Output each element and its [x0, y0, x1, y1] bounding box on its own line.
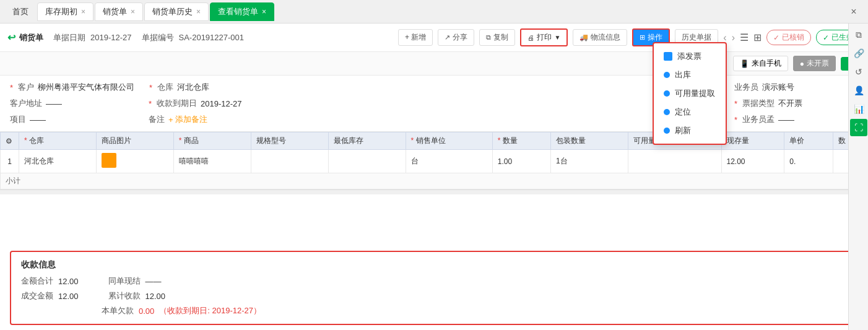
doc-icon: ↩ [7, 32, 15, 43]
tab-sales-order[interactable]: 销货单 × [95, 2, 143, 21]
arrears-row: 本单欠款 0.00 （收款到期日: 2019-12-27） [21, 305, 261, 316]
table-container: ⚙ * 仓库 商品图片 * 商品 规格型号 最低库存 * 销售单位 * 数量 包… [0, 131, 868, 246]
sidebar-user-icon[interactable]: 👤 [850, 82, 867, 99]
doc-type-label: 销货单 [19, 32, 43, 43]
bottom-panel: 收款信息 金额合计 12.00 同单现结 —— 成交金额 12.00 累计收款 … [10, 251, 858, 325]
subtotal-label: 小计 [1, 173, 868, 189]
col-product: * 商品 [173, 132, 251, 150]
row-unit[interactable]: 台 [406, 150, 492, 173]
share-button[interactable]: ↗ 分享 [438, 29, 474, 46]
table-header-row: ⚙ * 仓库 商品图片 * 商品 规格型号 最低库存 * 销售单位 * 数量 包… [1, 132, 868, 150]
view-toggle-grid[interactable]: ⊞ [753, 32, 762, 43]
status-sold-badge: ✓ 已核销 [766, 30, 811, 45]
subtotal-row: 小计 [1, 173, 868, 189]
doc-actions: + 新增 ↗ 分享 ⧉ 复制 🖨 打印 ▼ 🚚 物流信息 [398, 28, 861, 46]
warehouse-field: * 仓库 河北仓库 [149, 82, 273, 93]
col-current-stock: 现存量 [721, 132, 784, 150]
logistics-icon: 🚚 [579, 33, 588, 41]
sidebar-expand-icon[interactable]: ⛶ [850, 119, 867, 136]
ticket-type-field: * 票据类型 不开票 [734, 98, 858, 109]
doc-title: ↩ 销货单 [7, 32, 43, 43]
remark-field: 备注 + 添加备注 [149, 114, 719, 125]
locate-item[interactable]: 定位 [654, 103, 726, 121]
add-invoice-icon [664, 52, 672, 61]
row-image [96, 150, 173, 173]
form-section: * 客户 柳州粤港平安气体有限公司 * 仓库 河北仓库 业务员 演示账号 客户地… [0, 76, 868, 131]
row-warehouse[interactable]: 河北仓库 [19, 150, 97, 173]
customer-field: * 客户 柳州粤港平安气体有限公司 [10, 82, 134, 93]
col-min-stock: 最低库存 [328, 132, 406, 150]
sales-rep-field: * 业务员孟 —— [734, 114, 858, 125]
tab-bar: 首页 库存期初 × 销货单 × 销货单历史 × 查看销货单 × × [0, 0, 868, 24]
employee-field: 业务员 演示账号 [734, 82, 858, 93]
sidebar-link-icon[interactable]: 🔗 [850, 45, 867, 62]
close-tab-sales-order[interactable]: × [131, 7, 135, 16]
tab-home[interactable]: 首页 [5, 6, 36, 17]
add-invoice-item[interactable]: 添发票 [654, 47, 726, 66]
window-close-button[interactable]: × [844, 2, 863, 21]
outbound-icon [664, 72, 670, 78]
row-index: 1 [1, 150, 19, 173]
col-qty: * 数量 [492, 132, 550, 150]
row-pack-qty[interactable]: 1台 [551, 150, 628, 173]
nav-prev[interactable]: ‹ [723, 32, 726, 43]
operations-dropdown: 添发票 出库 可用量提取 定位 刷新 [653, 42, 727, 145]
row-spec[interactable] [251, 150, 328, 173]
sidebar-copy-icon[interactable]: ⧉ [850, 26, 867, 43]
form-row-2: 客户地址 —— * 收款到期日 2019-12-27 * 票据类型 不开票 [10, 98, 858, 109]
not-open-button[interactable]: ● 未开票 [793, 56, 836, 71]
refresh-item[interactable]: 刷新 [654, 121, 726, 140]
bottom-title: 收款信息 [21, 259, 847, 271]
right-sidebar: ⧉ 🔗 ↺ 👤 📊 ⛶ [848, 24, 868, 330]
print-button[interactable]: 🖨 打印 ▼ [520, 28, 568, 46]
doc-header: ↩ 销货单 单据日期 2019-12-27 单据编号 SA-20191227-0… [0, 24, 868, 52]
payment-date-field: * 收款到期日 2019-12-27 [149, 98, 272, 109]
tab-view-sales[interactable]: 查看销货单 × [210, 2, 274, 21]
col-warehouse: * 仓库 [19, 132, 97, 150]
row-product[interactable]: 嘻嘻嘻嘻 [173, 150, 251, 173]
tab-sales-history[interactable]: 销货单历史 × [144, 2, 209, 21]
new-button[interactable]: + 新增 [398, 29, 433, 46]
sub-action-bar: 📱 来自手机 ● 未开票 ✓ [0, 52, 868, 76]
row-available [628, 150, 721, 173]
col-image: 商品图片 [96, 132, 173, 150]
address-field: 客户地址 —— [10, 98, 134, 109]
col-settings[interactable]: ⚙ [1, 132, 19, 150]
logistics-button[interactable]: 🚚 物流信息 [573, 29, 627, 46]
operations-icon: ⊞ [640, 33, 645, 41]
print-icon: 🖨 [527, 34, 534, 41]
phone-icon: 📱 [740, 59, 749, 68]
col-unit: * 销售单位 [406, 132, 492, 150]
refresh-icon [664, 128, 670, 134]
close-tab-inventory-init[interactable]: × [81, 7, 85, 16]
locate-icon [664, 109, 670, 115]
sidebar-refresh-icon[interactable]: ↺ [850, 63, 867, 80]
row-price[interactable]: 0. [784, 150, 833, 173]
sidebar-chart-icon[interactable]: 📊 [850, 100, 867, 118]
horizontal-scrollbar[interactable] [0, 189, 868, 194]
date-meta: 单据日期 2019-12-27 [53, 32, 132, 43]
nav-next[interactable]: › [732, 32, 735, 43]
view-toggle-list[interactable]: ☰ [740, 32, 749, 43]
doc-meta: 单据日期 2019-12-27 单据编号 SA-20191227-001 [53, 32, 244, 43]
add-note-button[interactable]: + 添加备注 [168, 114, 207, 125]
row-qty[interactable]: 1.00 [492, 150, 550, 173]
form-row-1: * 客户 柳州粤港平安气体有限公司 * 仓库 河北仓库 业务员 演示账号 [10, 82, 858, 93]
close-tab-sales-history[interactable]: × [196, 7, 201, 16]
copy-button[interactable]: ⧉ 复制 [479, 29, 515, 46]
available-qty-item[interactable]: 可用量提取 [654, 84, 726, 103]
outbound-item[interactable]: 出库 [654, 66, 726, 84]
copy-icon: ⧉ [486, 33, 491, 41]
close-tab-view-sales[interactable]: × [262, 7, 266, 16]
data-table: ⚙ * 仓库 商品图片 * 商品 规格型号 最低库存 * 销售单位 * 数量 包… [0, 132, 868, 189]
number-meta: 单据编号 SA-20191227-001 [142, 32, 245, 43]
from-phone-button[interactable]: 📱 来自手机 [733, 56, 788, 71]
col-spec: 规格型号 [251, 132, 328, 150]
tab-inventory-init[interactable]: 库存期初 × [37, 2, 93, 21]
col-pack-qty: 包装数量 [551, 132, 628, 150]
amount-total-row: 金额合计 12.00 同单现结 —— [21, 276, 261, 287]
product-image [102, 153, 116, 168]
invoice-icon: ● [800, 59, 804, 68]
check-icon: ✓ [773, 33, 779, 42]
deal-amount-row: 成交金额 12.00 累计收款 12.00 [21, 290, 261, 302]
